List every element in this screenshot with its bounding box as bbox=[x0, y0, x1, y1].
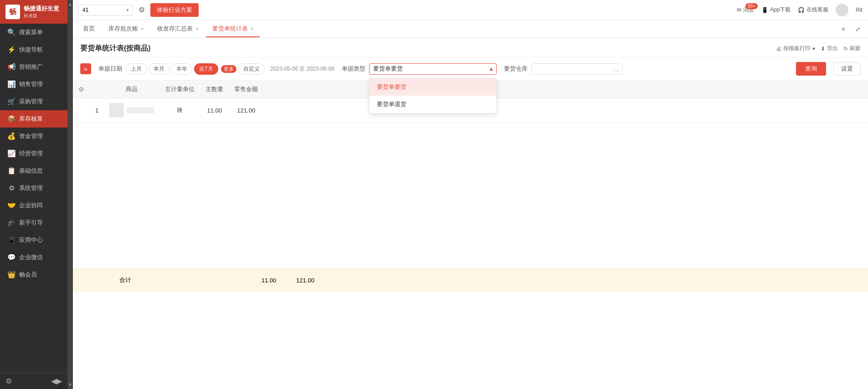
tab-inventory-batch[interactable]: 库存批次账 × bbox=[102, 21, 150, 37]
management-icon: 📈 bbox=[7, 149, 15, 158]
col-header-product: 商品 bbox=[104, 81, 159, 98]
row-extra-cell bbox=[263, 98, 868, 123]
refresh-button[interactable]: ↻ 刷新 bbox=[843, 45, 861, 52]
sidebar-item-sales[interactable]: 📊 销售管理 bbox=[0, 76, 67, 93]
product-info bbox=[109, 103, 154, 118]
app-logo: 畅 bbox=[5, 5, 20, 19]
sidebar-item-label: 库存核算 bbox=[19, 115, 43, 123]
sidebar-item-basic[interactable]: 📋 基础信息 bbox=[0, 162, 67, 179]
tab-close-icon[interactable]: × bbox=[195, 26, 198, 31]
tab-bar: 首页 库存批次账 × 收发存汇总表 × 要货单统计表 × × ⤢ bbox=[73, 20, 868, 38]
filter-expand-button[interactable]: » bbox=[80, 63, 91, 74]
sidebar-item-label: 系统管理 bbox=[19, 184, 43, 192]
company-selector[interactable]: 41 ▾ bbox=[78, 5, 133, 15]
search-icon: 🔍 bbox=[7, 28, 15, 36]
scroll-up-icon[interactable]: ▲ bbox=[68, 2, 72, 7]
finance-icon: 💰 bbox=[7, 132, 15, 140]
sidebar-item-label: 销售管理 bbox=[19, 80, 43, 88]
sidebar-item-label: 快捷导航 bbox=[19, 46, 43, 54]
dropdown-item-return[interactable]: 要货单退货 bbox=[370, 96, 496, 113]
type-filter-input[interactable] bbox=[369, 63, 497, 75]
date-pill-last-month[interactable]: 上月 bbox=[126, 63, 147, 75]
type-dropdown-toggle[interactable]: ▲ bbox=[488, 66, 494, 72]
chevron-down-icon: ▾ bbox=[126, 7, 129, 13]
tab-receivable-summary[interactable]: 收发存汇总表 × bbox=[151, 21, 205, 37]
sidebar-item-appstore[interactable]: 📱 应用中心 bbox=[0, 231, 67, 249]
messages-badge: 99+ bbox=[745, 3, 758, 9]
sidebar-item-member[interactable]: 👑 畅会员 bbox=[0, 266, 67, 283]
trial-industry-button[interactable]: 体验行业方案 bbox=[150, 3, 199, 17]
app-download-button[interactable]: 📱 App下载 bbox=[761, 6, 791, 14]
user-avatar[interactable] bbox=[836, 4, 848, 16]
col-header-amount: 零售金额 bbox=[229, 81, 263, 98]
more-date-options-badge[interactable]: 更多 bbox=[221, 65, 236, 73]
refresh-icon: ↻ bbox=[843, 46, 848, 52]
query-button[interactable]: 查询 bbox=[796, 62, 826, 76]
date-label: 单据日期 bbox=[98, 65, 122, 73]
purchase-icon: 🛒 bbox=[7, 97, 15, 106]
message-icon: ✉ bbox=[737, 7, 741, 13]
product-image bbox=[109, 103, 124, 118]
settings-gear-icon[interactable]: ⚙ bbox=[5, 377, 12, 385]
sidebar-item-management[interactable]: 📈 经营管理 bbox=[0, 145, 67, 162]
sidebar-item-purchase[interactable]: 🛒 采购管理 bbox=[0, 93, 67, 110]
date-pill-this-year[interactable]: 本年 bbox=[171, 63, 192, 75]
sidebar-item-inventory[interactable]: 📦 库存核算 bbox=[0, 110, 67, 128]
tab-close-icon[interactable]: × bbox=[251, 26, 253, 31]
sidebar-item-guide[interactable]: 🎓 新手引导 bbox=[0, 214, 67, 231]
scroll-down-icon[interactable]: ▼ bbox=[68, 382, 72, 387]
print-button[interactable]: 🖨 按模板打印 ▾ bbox=[776, 45, 815, 52]
tab-close-icon[interactable]: × bbox=[141, 26, 144, 31]
header-settings-icon[interactable]: ⚙ bbox=[139, 5, 145, 14]
date-pill-recent-7days[interactable]: 近7天 bbox=[194, 63, 218, 75]
date-pill-this-month[interactable]: 本月 bbox=[149, 63, 169, 75]
messages-button[interactable]: ✉ 消息 99+ bbox=[737, 6, 754, 14]
footer-total-label: 合计 bbox=[119, 276, 131, 283]
dropdown-item-order[interactable]: 要货单要货 bbox=[370, 78, 496, 96]
expand-icon: » bbox=[84, 65, 87, 72]
date-pill-custom[interactable]: 自定义 bbox=[238, 63, 265, 75]
tab-label: 库存批次账 bbox=[108, 25, 138, 33]
sidebar-item-label: 企业微信 bbox=[19, 253, 43, 261]
col-header-settings: ⚙ bbox=[73, 81, 90, 98]
settings-button[interactable]: 设置 bbox=[833, 62, 861, 76]
marketing-icon: 📢 bbox=[7, 63, 15, 71]
sidebar-item-search[interactable]: 🔍 搜索菜单 bbox=[0, 24, 67, 41]
table-settings-icon[interactable]: ⚙ bbox=[78, 86, 84, 93]
member-icon: 👑 bbox=[7, 271, 15, 279]
footer-quantity-cell: 11.00 bbox=[251, 277, 287, 284]
row-num-cell: 1 bbox=[90, 98, 104, 123]
sidebar-item-quicknav[interactable]: ⚡ 快捷导航 bbox=[0, 41, 67, 58]
system-icon: ⚙ bbox=[7, 184, 15, 192]
sidebar-item-system[interactable]: ⚙ 系统管理 bbox=[0, 179, 67, 197]
page-content: 要货单统计表(按商品) 🖨 按模板打印 ▾ ⬇ 导出 ↻ 刷新 bbox=[73, 38, 868, 389]
product-name bbox=[127, 107, 154, 113]
close-all-tabs-button[interactable]: × bbox=[837, 23, 850, 36]
collapse-sidebar-icon[interactable]: ◀▶ bbox=[51, 377, 62, 385]
maximize-button[interactable]: ⤢ bbox=[852, 23, 864, 36]
export-button[interactable]: ⬇ 导出 bbox=[821, 45, 838, 52]
type-filter-group: 单据类型 ▲ 要货单要货 要货单退货 bbox=[342, 63, 497, 75]
top-header: 41 ▾ ⚙ 体验行业方案 ✉ 消息 99+ 📱 App下载 🎧 在线客服 Ri… bbox=[73, 0, 868, 20]
sidebar-item-finance[interactable]: 💰 资金管理 bbox=[0, 128, 67, 145]
sidebar: 畅 畅捷通好生意 标准版 🔍 搜索菜单 ⚡ 快捷导航 📢 营销推广 📊 销售管理… bbox=[0, 0, 67, 389]
row-unit-cell: 块 bbox=[159, 98, 200, 123]
weixin-icon: 💬 bbox=[7, 253, 15, 261]
filter-bar: » 单据日期 上月 本月 本年 近7天 更多 自定义 2023-05-06 至 … bbox=[73, 57, 868, 81]
tab-order-statistics[interactable]: 要货单统计表 × bbox=[206, 21, 260, 37]
company-selector-name: 41 bbox=[82, 7, 88, 13]
sidebar-item-weixin[interactable]: 💬 企业微信 bbox=[0, 249, 67, 266]
sidebar-item-cooperation[interactable]: 🤝 企业协同 bbox=[0, 197, 67, 214]
warehouse-filter-input[interactable] bbox=[531, 63, 622, 75]
sidebar-item-label: 采购管理 bbox=[19, 97, 43, 106]
col-header-unit: 主计量单位 bbox=[159, 81, 200, 98]
tab-home[interactable]: 首页 bbox=[77, 21, 101, 37]
chevron-down-icon: ▾ bbox=[812, 46, 815, 52]
warehouse-more-icon[interactable]: … bbox=[612, 65, 620, 73]
col-header-quantity: 主数量 bbox=[200, 81, 229, 98]
appstore-icon: 📱 bbox=[7, 236, 15, 244]
sidebar-item-marketing[interactable]: 📢 营销推广 bbox=[0, 58, 67, 76]
col-header-extra bbox=[263, 81, 868, 98]
online-service-button[interactable]: 🎧 在线客服 bbox=[798, 6, 828, 14]
sidebar-item-label: 新手引导 bbox=[19, 219, 43, 227]
